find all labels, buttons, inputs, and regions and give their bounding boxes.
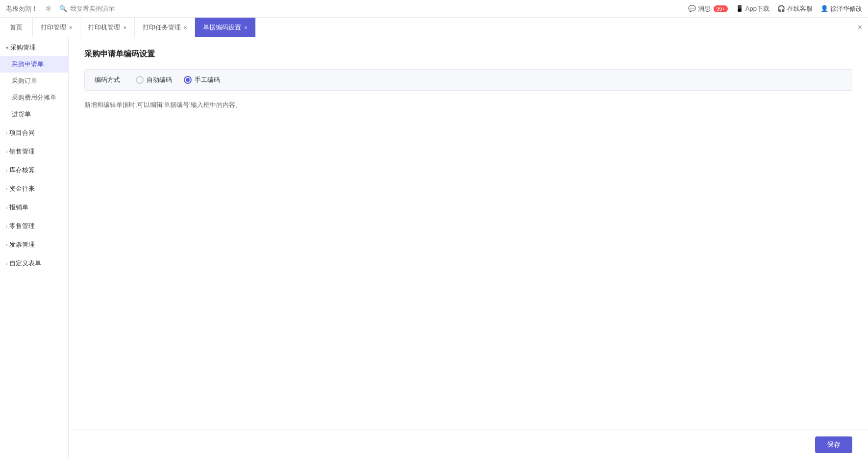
- sidebar-item-purchase-expense[interactable]: 采购费用分摊单: [0, 89, 68, 106]
- collapse-arrow-retail: ›: [6, 224, 7, 229]
- sidebar-group-purchase-header[interactable]: ▾ 采购管理: [0, 39, 68, 56]
- save-button[interactable]: 保存: [815, 436, 852, 453]
- radio-auto-circle: [136, 76, 144, 84]
- search-text: 我要看实例演示: [70, 4, 115, 13]
- tab-bar: 首页 打印管理 × 打印机管理 × 打印任务管理 × 单据编码设置 × ×: [0, 18, 868, 37]
- sidebar-group-custom-header[interactable]: › 自定义表单: [0, 255, 68, 272]
- collapse-arrow-sales: ›: [6, 149, 7, 154]
- sidebar-group-sales-header[interactable]: › 销售管理: [0, 143, 68, 160]
- collapse-arrow-funds: ›: [6, 186, 7, 192]
- tab-voucher-code-close[interactable]: ×: [244, 25, 247, 30]
- search-icon: 🔍: [59, 5, 67, 12]
- tab-printer-manage[interactable]: 打印机管理 ×: [80, 18, 134, 37]
- radio-auto-encoding[interactable]: 自动编码: [136, 76, 172, 84]
- sidebar-group-custom: › 自定义表单: [0, 255, 68, 272]
- tab-print-task-manage-close[interactable]: ×: [184, 25, 187, 30]
- message-label: 消息: [698, 4, 711, 13]
- tab-printer-manage-label: 打印机管理: [88, 23, 120, 32]
- sidebar-group-project: › 项目合同: [0, 125, 68, 141]
- collapse-arrow-custom: ›: [6, 261, 7, 266]
- tab-print-manage-close[interactable]: ×: [69, 25, 72, 30]
- top-bar: 老板勿割！ ⚙ 🔍 我要看实例演示 💬 消息 99+ 📱 App下载 🎧 在线客…: [0, 0, 868, 18]
- service-icon: 🎧: [777, 5, 785, 12]
- top-bar-title: 老板勿割！: [6, 4, 38, 13]
- sidebar-group-invoice: › 发票管理: [0, 236, 68, 253]
- sidebar-group-retail-label: 零售管理: [9, 222, 35, 230]
- user-name: 徐泽华修改: [830, 4, 862, 13]
- radio-manual-circle: [184, 76, 192, 84]
- sidebar-item-purchase-request-label: 采购申请单: [12, 60, 44, 68]
- page-title: 采购申请单编码设置: [84, 49, 852, 59]
- online-service-label: 在线客服: [787, 4, 813, 13]
- download-icon: 📱: [736, 5, 744, 12]
- sidebar: ▾ 采购管理 采购申请单 采购订单 采购费用分摊单 进货单 › 项目合同: [0, 37, 69, 459]
- tab-print-task-manage[interactable]: 打印任务管理 ×: [135, 18, 195, 37]
- tab-home[interactable]: 首页: [0, 18, 33, 37]
- sidebar-item-purchase-order-label: 采购订单: [12, 77, 37, 84]
- content-main: 采购申请单编码设置 编码方式 自动编码 手工编码: [69, 37, 868, 430]
- encoding-label: 编码方式: [95, 76, 120, 84]
- radio-manual-label: 手工编码: [195, 76, 220, 84]
- radio-manual-encoding[interactable]: 手工编码: [184, 76, 220, 84]
- online-service-item[interactable]: 🎧 在线客服: [777, 4, 813, 13]
- sidebar-group-funds: › 资金往来: [0, 180, 68, 197]
- message-icon: 💬: [688, 5, 696, 12]
- message-badge: 99+: [714, 5, 728, 12]
- sidebar-group-funds-header[interactable]: › 资金往来: [0, 180, 68, 197]
- sidebar-group-invoice-header[interactable]: › 发票管理: [0, 236, 68, 253]
- sidebar-group-sales: › 销售管理: [0, 143, 68, 160]
- sidebar-item-purchase-order[interactable]: 采购订单: [0, 73, 68, 89]
- tab-print-task-manage-label: 打印任务管理: [143, 23, 181, 32]
- tab-printer-manage-close[interactable]: ×: [123, 25, 126, 30]
- sidebar-group-funds-label: 资金往来: [9, 184, 35, 193]
- user-item[interactable]: 👤 徐泽华修改: [820, 4, 862, 13]
- tab-print-manage[interactable]: 打印管理 ×: [33, 18, 80, 37]
- window-close-button[interactable]: ×: [858, 23, 862, 32]
- tab-voucher-code-label: 单据编码设置: [203, 23, 241, 32]
- sidebar-group-invoice-label: 发票管理: [9, 240, 35, 249]
- top-bar-left: 老板勿割！ ⚙ 🔍 我要看实例演示: [6, 4, 115, 14]
- collapse-arrow-inventory: ›: [6, 168, 7, 173]
- sidebar-group-inventory-header[interactable]: › 库存核算: [0, 162, 68, 178]
- tab-print-manage-label: 打印管理: [41, 23, 66, 32]
- content-footer: 保存: [69, 430, 868, 459]
- sidebar-group-purchase: ▾ 采购管理 采购申请单 采购订单 采购费用分摊单 进货单: [0, 39, 68, 123]
- sidebar-group-inventory-label: 库存核算: [9, 166, 35, 175]
- collapse-arrow-returns: ›: [6, 205, 7, 210]
- sidebar-group-inventory: › 库存核算: [0, 162, 68, 178]
- collapse-arrow-invoice: ›: [6, 242, 7, 248]
- sidebar-item-stock-in-label: 进货单: [12, 110, 31, 118]
- sidebar-group-custom-label: 自定义表单: [9, 259, 41, 268]
- top-bar-right: 💬 消息 99+ 📱 App下载 🎧 在线客服 👤 徐泽华修改: [688, 4, 862, 13]
- radio-auto-label: 自动编码: [147, 76, 172, 84]
- tab-bar-right: ×: [256, 23, 868, 32]
- content-area: 采购申请单编码设置 编码方式 自动编码 手工编码: [69, 37, 868, 459]
- hint-text: 新增和编辑单据时,可以编辑'单据编号'输入框中的内容。: [84, 101, 852, 109]
- sidebar-group-retail-header[interactable]: › 零售管理: [0, 218, 68, 234]
- sidebar-item-purchase-expense-label: 采购费用分摊单: [12, 94, 56, 101]
- settings-icon[interactable]: ⚙: [44, 4, 53, 14]
- app-download-label: App下载: [745, 4, 769, 13]
- sidebar-group-returns-label: 报销单: [9, 203, 28, 212]
- collapse-arrow-purchase: ▾: [6, 45, 8, 51]
- search-bar[interactable]: 🔍 我要看实例演示: [59, 4, 115, 13]
- sidebar-group-returns: › 报销单: [0, 199, 68, 216]
- collapse-arrow-project: ›: [6, 130, 7, 136]
- radio-group: 自动编码 手工编码: [136, 76, 220, 84]
- sidebar-group-project-label: 项目合同: [9, 128, 35, 137]
- sidebar-item-purchase-request[interactable]: 采购申请单: [0, 56, 68, 73]
- sidebar-group-project-header[interactable]: › 项目合同: [0, 125, 68, 141]
- app-download-item[interactable]: 📱 App下载: [736, 4, 769, 13]
- sidebar-group-returns-header[interactable]: › 报销单: [0, 199, 68, 216]
- user-icon: 👤: [820, 5, 828, 12]
- tab-voucher-code-setting[interactable]: 单据编码设置 ×: [195, 18, 255, 37]
- tab-home-label: 首页: [10, 23, 23, 32]
- sidebar-group-sales-label: 销售管理: [9, 147, 35, 156]
- sidebar-group-retail: › 零售管理: [0, 218, 68, 234]
- message-item[interactable]: 💬 消息 99+: [688, 4, 728, 13]
- sidebar-item-stock-in[interactable]: 进货单: [0, 106, 68, 123]
- main-layout: ▾ 采购管理 采购申请单 采购订单 采购费用分摊单 进货单 › 项目合同: [0, 37, 868, 459]
- encoding-section: 编码方式 自动编码 手工编码: [84, 69, 852, 91]
- sidebar-group-purchase-label: 采购管理: [10, 43, 36, 52]
